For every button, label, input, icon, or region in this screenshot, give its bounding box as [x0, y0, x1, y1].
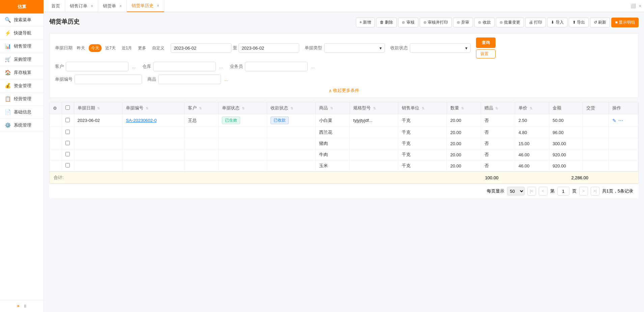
first-page-btn[interactable]: |<	[527, 187, 536, 196]
sidebar-item-finance-mgmt[interactable]: 💰 资金管理	[0, 79, 44, 93]
tab-home[interactable]: 首页	[47, 0, 65, 12]
audit-button[interactable]: ⊙ 审核	[398, 18, 418, 27]
sort-price-icon[interactable]: ⇅	[530, 106, 532, 110]
select-all-checkbox[interactable]	[65, 105, 70, 110]
date-tag-more[interactable]: 更多	[136, 44, 148, 52]
sidebar-item-sales-mgmt[interactable]: 📊 销售管理	[0, 40, 44, 53]
sidebar-item-quick-nav[interactable]: ⚡ 快捷导航	[0, 27, 44, 40]
date-tag-yesterday[interactable]: 昨天	[75, 44, 87, 52]
th-doc-status-label: 单据状态	[222, 105, 240, 110]
date-tag-today[interactable]: 今天	[89, 44, 102, 52]
doc-no-input[interactable]	[75, 75, 142, 84]
date-to-input[interactable]	[239, 43, 299, 53]
tab-sales-goods-history-close[interactable]: ×	[157, 3, 159, 8]
row-goods: 玉米	[315, 160, 349, 172]
audit-print-button[interactable]: ⊙ 审核并打印	[420, 18, 452, 27]
sort-docno-icon[interactable]: ⇅	[146, 106, 148, 110]
more-icon[interactable]: ⋯	[618, 118, 623, 123]
row-checkbox[interactable]	[65, 118, 70, 122]
sort-spec-icon[interactable]: ⇅	[373, 106, 376, 110]
last-page-btn[interactable]: >|	[591, 187, 599, 196]
tab-sales-order-close[interactable]: ×	[91, 4, 93, 8]
edit-icon[interactable]: ✎	[612, 118, 616, 123]
row-checkbox[interactable]	[65, 141, 70, 145]
row-collect-status	[267, 138, 316, 149]
settings-gear-icon[interactable]: ⚙	[53, 106, 57, 111]
salesperson-ellipsis[interactable]: ...	[310, 64, 316, 69]
sidebar-bottom-icon2[interactable]: ⏸	[23, 304, 27, 309]
row-checkbox[interactable]	[65, 152, 70, 156]
sort-collectstatus-icon[interactable]: ⇅	[290, 106, 293, 110]
sidebar-item-sys-mgmt[interactable]: ⚙️ 系统管理	[0, 119, 44, 132]
export-button[interactable]: ⬆ 导出	[569, 18, 589, 27]
filter-row-2: 客户 ... 仓库 ... 业务员 ...	[55, 62, 633, 71]
warehouse-input[interactable]	[153, 62, 216, 71]
sort-date-icon[interactable]: ⇅	[97, 106, 100, 110]
sidebar-item-search-menu[interactable]: 🔍 搜索菜单	[0, 14, 44, 27]
date-tag-7days[interactable]: 近7天	[103, 44, 118, 52]
sort-unit-icon[interactable]: ⇅	[422, 106, 424, 110]
total-label: 合计:	[54, 175, 64, 181]
goods-ellipsis[interactable]: ...	[223, 77, 229, 82]
customer-ellipsis[interactable]: ...	[131, 64, 137, 69]
print-button[interactable]: 🖨 打印	[525, 18, 546, 27]
goods-input[interactable]	[158, 75, 221, 84]
row-collect-status	[267, 149, 316, 160]
th-quantity-label: 数量	[450, 105, 459, 110]
tab-sales-goods-close[interactable]: ×	[119, 4, 122, 8]
sort-gift-icon[interactable]: ⇅	[495, 106, 498, 110]
per-page-select[interactable]: 50 100 200	[507, 187, 525, 196]
salesperson-input[interactable]	[245, 62, 308, 71]
th-unit-price: 单价 ⇅	[515, 102, 549, 114]
delete-button[interactable]: 🗑 删除	[376, 18, 397, 27]
warehouse-ellipsis[interactable]: ...	[218, 64, 224, 69]
collapse-button[interactable]: ∧ 收起更多条件	[55, 87, 633, 94]
sidebar-item-label: 采购管理	[14, 56, 31, 62]
doc-no-link[interactable]: SA-20230602-0	[126, 118, 157, 123]
tab-close-all-icon[interactable]: ×	[639, 3, 641, 8]
sidebar-bottom-icon1[interactable]: ☀	[16, 304, 20, 309]
th-operation-label: 操作	[612, 105, 621, 110]
row-doc-no: SA-20230602-0	[122, 114, 185, 127]
collect-status-select[interactable]: ▾	[410, 43, 471, 53]
show-detail-button[interactable]: ■ 显示明细	[611, 18, 639, 27]
batch-change-button[interactable]: ⊙ 批量变更	[496, 18, 524, 27]
sidebar-item-inventory[interactable]: 🏠 库存核算	[0, 66, 44, 79]
sidebar-item-basic-info[interactable]: 📄 基础信息	[0, 106, 44, 119]
page-unit: 页	[572, 188, 577, 194]
settings-button[interactable]: 设置	[476, 49, 496, 58]
prev-page-btn[interactable]: <	[539, 187, 548, 196]
main-content: 首页 销售订单 × 销货单 × 销货单历史 × ⬜ × 销货单历史 + 新增 🗑…	[44, 0, 644, 312]
collect-button[interactable]: ⊙ 收款	[474, 18, 494, 27]
sidebar-item-purchase-mgmt[interactable]: 🛒 采购管理	[0, 53, 44, 66]
sort-goods-icon[interactable]: ⇅	[330, 106, 333, 110]
row-checkbox[interactable]	[65, 163, 70, 167]
customer-input[interactable]	[66, 62, 129, 71]
cart-icon: 🛒	[5, 56, 11, 62]
row-sales-unit: 千克	[398, 127, 447, 138]
tab-maximize-icon[interactable]: ⬜	[631, 3, 636, 8]
row-checkbox[interactable]	[65, 130, 70, 134]
next-page-btn[interactable]: >	[579, 187, 588, 196]
doc-type-select[interactable]: ▾	[324, 43, 385, 53]
sidebar-item-ops-mgmt[interactable]: 📋 经营管理	[0, 93, 44, 106]
sort-qty-icon[interactable]: ⇅	[461, 106, 464, 110]
date-from-input[interactable]	[171, 43, 231, 53]
logo-text: 估算	[18, 4, 26, 10]
import-button[interactable]: ⬇ 导入	[547, 18, 567, 27]
sort-docstatus-icon[interactable]: ⇅	[242, 106, 245, 110]
discard-button[interactable]: ⊙ 弃审	[453, 18, 473, 27]
sort-customer-icon[interactable]: ⇅	[199, 106, 202, 110]
tab-sales-goods[interactable]: 销货单 ×	[98, 0, 127, 12]
action-icons: ✎ ⋯	[612, 118, 635, 123]
date-tag-1month[interactable]: 近1月	[119, 44, 135, 52]
date-tag-custom[interactable]: 自定义	[150, 44, 167, 52]
tab-sales-order[interactable]: 销售订单 ×	[65, 0, 98, 12]
tab-sales-goods-history[interactable]: 销货单历史 ×	[127, 0, 164, 12]
new-button[interactable]: + 新增	[356, 18, 375, 27]
page-number-input[interactable]	[557, 187, 569, 196]
th-gear[interactable]: ⚙	[50, 102, 62, 114]
filter-warehouse: 仓库 ...	[142, 62, 224, 71]
query-button[interactable]: 查询	[476, 37, 496, 48]
refresh-button[interactable]: ↺ 刷新	[590, 18, 610, 27]
